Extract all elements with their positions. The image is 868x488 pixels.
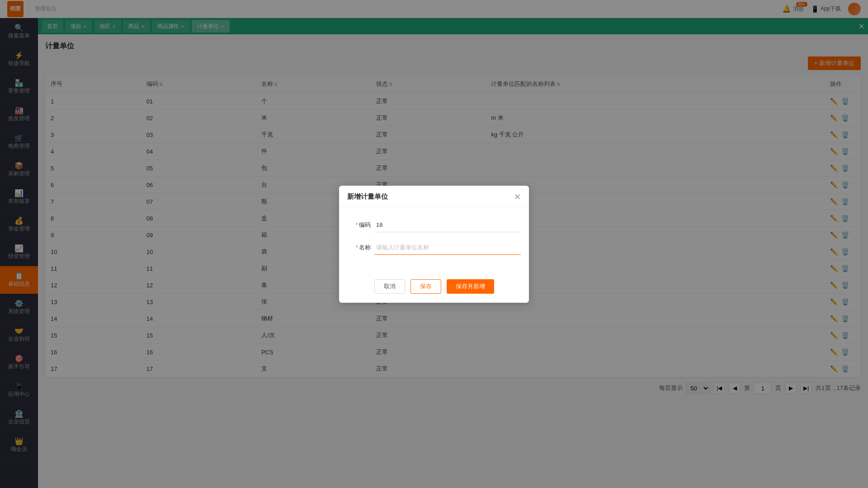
modal-add-unit: 新增计量单位 ✕ *编码 *名称 取消 保存 保存并新增 xyxy=(339,186,529,303)
code-input[interactable] xyxy=(374,218,521,232)
cancel-button[interactable]: 取消 xyxy=(374,279,405,294)
code-label: *编码 xyxy=(347,221,374,229)
name-form-row: *名称 xyxy=(347,240,521,255)
modal-body: *编码 *名称 xyxy=(339,207,529,274)
name-label: *名称 xyxy=(347,244,374,252)
modal-footer: 取消 保存 保存并新增 xyxy=(339,274,529,303)
modal-header: 新增计量单位 ✕ xyxy=(339,186,529,207)
name-input[interactable] xyxy=(374,240,521,255)
save-button[interactable]: 保存 xyxy=(410,279,441,294)
code-form-row: *编码 xyxy=(347,218,521,232)
modal-title: 新增计量单位 xyxy=(347,192,388,201)
modal-close-button[interactable]: ✕ xyxy=(514,192,521,202)
modal-overlay[interactable]: 新增计量单位 ✕ *编码 *名称 取消 保存 保存并新增 xyxy=(0,0,868,488)
save-and-new-button[interactable]: 保存并新增 xyxy=(447,279,494,294)
